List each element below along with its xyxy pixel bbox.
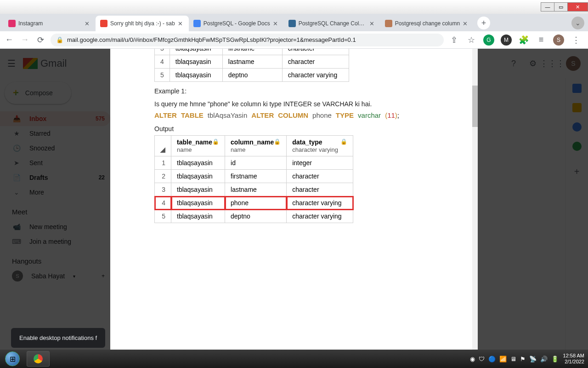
favicon <box>193 20 201 27</box>
tab-title: Instagram <box>18 20 82 27</box>
windows-taskbar: ⊞ ◉ 🛡 🔵 📶 🖥 ⚑ 📡 🔊 🔋 12:58 AM 2/1/2022 <box>0 350 588 368</box>
extension-grammarly-icon[interactable]: G <box>483 34 494 46</box>
col-header-column-name: column_name🔒name <box>225 136 287 156</box>
table-row: 4tblaqsayasinlastnamecharacter <box>155 55 349 69</box>
close-tab-icon[interactable]: ✕ <box>369 20 376 27</box>
table-row: 4tblaqsayasinphonecharacter varying <box>155 196 353 210</box>
tab-title: PostgreSQL Change Colum <box>299 20 367 27</box>
tray-icon[interactable]: 📶 <box>499 356 507 362</box>
address-bar[interactable]: 🔒 mail.google.com/mail/u/0/#inbox/FMfcgz… <box>51 34 444 46</box>
col-header-data-type: data_type🔒character varying <box>287 136 353 156</box>
tray-icons[interactable]: ◉ 🛡 🔵 📶 🖥 ⚑ 📡 🔊 🔋 <box>470 356 559 362</box>
browser-tab[interactable]: PostgreSQL Change Colum✕ <box>284 16 380 31</box>
lock-icon: 🔒 <box>340 138 347 145</box>
taskbar-chrome[interactable] <box>27 351 50 367</box>
schema-table-after: ◢ table_name🔒name column_name🔒name data_… <box>154 135 353 223</box>
back-button[interactable]: ← <box>4 34 15 46</box>
favicon <box>8 20 16 27</box>
schema-table-before: 3tblaqsayasinfirstnamecharacter4tblaqsay… <box>154 49 349 82</box>
start-button[interactable]: ⊞ <box>0 350 25 368</box>
table-row: 2tblaqsayasinfirstnamecharacter <box>155 170 353 183</box>
minimize-button[interactable]: — <box>541 2 554 12</box>
favicon <box>288 20 296 27</box>
browser-tab[interactable]: Postgresql change column✕ <box>380 16 474 31</box>
sql-code: ALTER TABLE tblAqsaYasin ALTER COLUMN ph… <box>154 111 472 120</box>
tray-icon[interactable]: ⚑ <box>520 356 526 362</box>
favicon <box>100 20 107 27</box>
table-row: 5tblaqsayasindeptnocharacter varying <box>155 210 353 223</box>
table-row: 3tblaqsayasinfirstnamecharacter <box>155 49 349 55</box>
browser-tab[interactable]: PostgreSQL - Google Docs✕ <box>189 16 284 31</box>
tray-icon[interactable]: ◉ <box>470 356 475 362</box>
attachment-viewer: 3tblaqsayasinfirstnamecharacter4tblaqsay… <box>110 49 478 368</box>
favicon <box>385 20 392 27</box>
tab-title: Sorry ghlt bhj diya :-) - sab <box>110 20 175 27</box>
extension-icon[interactable]: M <box>501 34 512 46</box>
close-tab-icon[interactable]: ✕ <box>463 20 469 27</box>
tray-battery-icon[interactable]: 🔋 <box>551 356 559 362</box>
system-tray: ◉ 🛡 🔵 📶 🖥 ⚑ 📡 🔊 🔋 12:58 AM 2/1/2022 <box>470 353 588 365</box>
col-header-table-name: table_name🔒name <box>171 136 225 156</box>
tray-network-icon[interactable]: 📡 <box>529 356 537 362</box>
tray-icon[interactable]: 🖥 <box>510 356 516 362</box>
close-tab-icon[interactable]: ✕ <box>85 20 91 27</box>
table-row: 5tblaqsayasindeptnocharacter varying <box>155 69 349 82</box>
close-window-button[interactable]: ✕ <box>567 2 588 12</box>
table-row: 1tblaqsayasinidinteger <box>155 156 353 170</box>
chrome-profile-icon[interactable]: ⌄ <box>571 17 584 29</box>
window-controls: — ▭ ✕ <box>541 2 588 12</box>
forward-button[interactable]: → <box>19 34 30 46</box>
maximize-button[interactable]: ▭ <box>554 2 568 12</box>
close-tab-icon[interactable]: ✕ <box>273 20 279 27</box>
clock-time: 12:58 AM <box>563 353 584 359</box>
profile-avatar[interactable]: S <box>553 34 564 46</box>
extensions-icon[interactable]: 🧩 <box>518 34 529 46</box>
reload-button[interactable]: ⟳ <box>35 34 46 46</box>
browser-tabs: Instagram✕Sorry ghlt bhj diya :-) - sab✕… <box>0 14 588 31</box>
windows-orb-icon: ⊞ <box>5 351 20 366</box>
lock-icon: 🔒 <box>274 138 281 145</box>
lock-icon: 🔒 <box>56 36 63 43</box>
share-icon[interactable]: ⇪ <box>448 34 459 46</box>
scrollbar-thumb[interactable] <box>472 86 478 127</box>
page-content: ☰ Gmail ? ⚙ ⋮⋮⋮ S + Compose 📥Inbox575★St… <box>0 49 588 368</box>
example-label: Example 1: <box>154 87 472 95</box>
tab-title: Postgresql change column <box>395 20 460 27</box>
sort-icon[interactable]: ◢ <box>155 136 171 156</box>
clock-date: 2/1/2022 <box>563 359 584 365</box>
window-titlebar: — ▭ ✕ <box>0 0 588 14</box>
tab-title: PostgreSQL - Google Docs <box>204 20 270 27</box>
query-description: Is query me hmne "phone" ke column ki ty… <box>154 100 472 108</box>
notification-toast[interactable]: Enable desktop notifications f <box>11 328 105 348</box>
browser-toolbar: ← → ⟳ 🔒 mail.google.com/mail/u/0/#inbox/… <box>0 31 588 49</box>
url-text: mail.google.com/mail/u/0/#inbox/FMfcgzGm… <box>67 36 356 43</box>
taskbar-clock[interactable]: 12:58 AM 2/1/2022 <box>563 353 584 365</box>
tray-volume-icon[interactable]: 🔊 <box>540 356 548 362</box>
close-tab-icon[interactable]: ✕ <box>178 20 184 27</box>
menu-icon[interactable]: ⋮ <box>571 34 582 46</box>
table-row: 3tblaqsayasinlastnamecharacter <box>155 183 353 196</box>
new-tab-button[interactable]: + <box>477 17 490 29</box>
toolbar-right: ⇪ ☆ G M 🧩 ≡ S ⋮ <box>448 34 584 46</box>
browser-tab[interactable]: Sorry ghlt bhj diya :-) - sab✕ <box>96 16 189 31</box>
bookmark-icon[interactable]: ☆ <box>466 34 477 46</box>
tray-icon[interactable]: 🛡 <box>479 356 485 362</box>
output-label: Output <box>154 125 472 132</box>
tray-icon[interactable]: 🔵 <box>488 356 496 362</box>
lock-icon: 🔒 <box>212 138 219 145</box>
reading-list-icon[interactable]: ≡ <box>536 34 547 46</box>
browser-tab[interactable]: Instagram✕ <box>4 16 96 31</box>
